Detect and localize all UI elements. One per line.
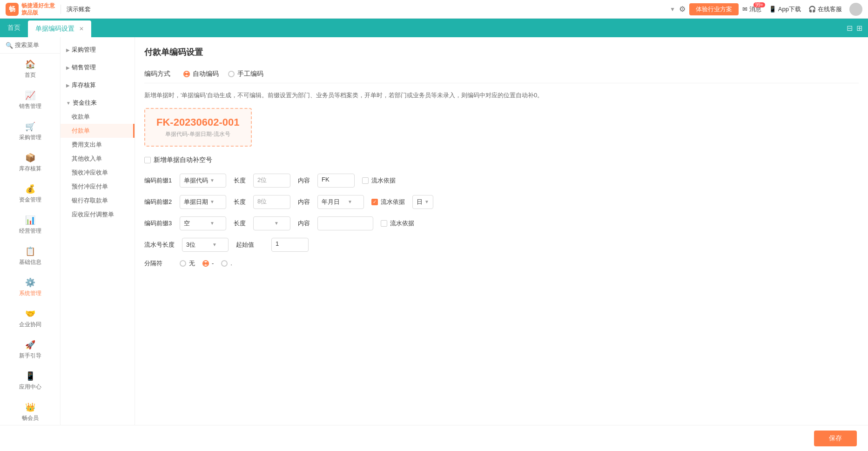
arrow-icon: ▶	[66, 47, 70, 53]
sidebar-item-member[interactable]: 👑 畅会员	[0, 397, 60, 425]
sep-dash-option[interactable]: -	[202, 260, 214, 267]
service-button[interactable]: 🎧 在线客服	[808, 5, 842, 13]
menu-item-expense[interactable]: 费用支出单	[61, 138, 135, 152]
separator-radio-group: 无 - .	[180, 259, 232, 268]
menu-item-adjustment[interactable]: 应收应付调整单	[61, 208, 135, 222]
sidebar-item-operations[interactable]: 📊 经营管理	[0, 209, 60, 241]
org-dropdown-arrow[interactable]: ▼	[670, 6, 675, 13]
separator-row: 分隔符 无 - .	[144, 259, 859, 268]
tabbar-actions: ⊟ ⊞	[847, 24, 868, 33]
sidebar: 🔍 搜索菜单 🏠 首页 📈 销售管理 🛒 采购管理 📦 库存核算 💰 资金管理 …	[0, 37, 61, 425]
menu-item-pre-payment[interactable]: 预付冲应付单	[61, 180, 135, 194]
menu-group-purchase: ▶ 采购管理	[61, 41, 135, 59]
sidebar-item-home[interactable]: 🏠 首页	[0, 54, 60, 85]
maximize-icon[interactable]: ⊞	[856, 24, 862, 33]
home-icon: 🏠	[25, 59, 35, 69]
menu-item-receipt[interactable]: 收款单	[61, 110, 135, 124]
menu-group-inventory-title[interactable]: ▶ 库存核算	[61, 78, 135, 92]
prefix2-serial-checkbox[interactable]: ✓ 流水依据	[371, 198, 405, 206]
base-info-icon: 📋	[25, 246, 35, 256]
sep-dot-option[interactable]: .	[221, 260, 232, 267]
app-icon: 📱	[769, 6, 776, 13]
trial-button[interactable]: 体验行业方案	[689, 3, 739, 15]
prefix3-serial-checkbox[interactable]: 流水依据	[381, 219, 414, 228]
menu-item-payment[interactable]: 付款单	[61, 124, 135, 138]
example-box: FK-20230602-001 单据代码-单据日期-流水号	[144, 108, 252, 147]
encoding-radio-group: 自动编码 手工编码	[183, 70, 263, 78]
prefix3-content-input[interactable]	[317, 216, 373, 230]
tab-close-icon[interactable]: ✕	[79, 26, 84, 32]
menu-group-capital-title[interactable]: ▼ 资金往来	[61, 96, 135, 110]
menu-item-pre-receipt[interactable]: 预收冲应收单	[61, 166, 135, 180]
prefix1-label: 编码前缀1	[144, 176, 172, 185]
prefix2-length-label: 长度	[234, 198, 246, 206]
manual-encode-radio[interactable]	[228, 71, 235, 77]
sep-none-option[interactable]: 无	[180, 259, 195, 268]
inventory-icon: 📦	[25, 153, 35, 163]
operations-icon: 📊	[25, 215, 35, 225]
manual-encode-option[interactable]: 手工编码	[228, 70, 263, 78]
search-menu[interactable]: 🔍 搜索菜单	[0, 37, 60, 54]
prefix2-select-arrow: ▼	[210, 199, 215, 204]
auto-encode-radio[interactable]	[183, 71, 190, 77]
user-avatar[interactable]	[849, 3, 862, 16]
serial-start-input[interactable]: 1	[271, 238, 309, 252]
sep-dot-radio[interactable]	[221, 260, 228, 267]
tab-home[interactable]: 首页	[0, 19, 28, 37]
prefix1-length-input[interactable]: 2位	[253, 174, 290, 188]
prefix3-serial-check-box[interactable]	[381, 220, 387, 227]
page-title: 付款单编码设置	[144, 47, 859, 58]
service-icon: 🎧	[808, 6, 816, 13]
sidebar-item-finance[interactable]: 💰 资金管理	[0, 178, 60, 209]
menu-group-purchase-title[interactable]: ▶ 采购管理	[61, 43, 135, 57]
tab-encode-settings[interactable]: 单据编码设置 ✕	[28, 20, 91, 37]
sep-none-radio[interactable]	[180, 260, 186, 267]
prefix3-select-arrow: ▼	[210, 221, 215, 226]
bottom-bar: 保存	[0, 425, 868, 451]
sidebar-item-purchase[interactable]: 🛒 采购管理	[0, 116, 60, 147]
prefix2-length-input[interactable]: 8位	[253, 195, 290, 209]
prefix3-select[interactable]: 空 ▼	[180, 216, 226, 230]
sidebar-item-apps[interactable]: 📱 应用中心	[0, 365, 60, 397]
prefix2-serial-check-box[interactable]: ✓	[371, 199, 378, 205]
sep-dash-radio[interactable]	[202, 260, 209, 267]
prefix2-content-select[interactable]: 年月日 ▼	[317, 195, 364, 209]
encoding-method-label: 编码方式	[144, 70, 170, 78]
prefix2-day-select[interactable]: 日 ▼	[412, 195, 433, 209]
menu-group-sales-title[interactable]: ▶ 销售管理	[61, 61, 135, 74]
prefix1-content-label: 内容	[298, 176, 310, 185]
message-button[interactable]: ✉ 消息 99+	[742, 5, 761, 13]
prefix2-select[interactable]: 单据日期 ▼	[180, 195, 226, 209]
app-download-button[interactable]: 📱 App下载	[769, 5, 801, 13]
sidebar-item-sales[interactable]: 📈 销售管理	[0, 85, 60, 116]
settings-icon[interactable]: ⚙	[679, 5, 686, 13]
logo-text: 畅捷通好生意 旗品版	[21, 2, 55, 16]
save-button[interactable]: 保存	[814, 431, 857, 446]
sidebar-item-base-info[interactable]: 📋 基础信息	[0, 241, 60, 272]
prefix1-content-input[interactable]: FK	[317, 174, 355, 188]
prefix1-select[interactable]: 单据代码 ▼	[180, 174, 226, 188]
arrow-icon: ▶	[66, 65, 70, 70]
prefix1-serial-checkbox[interactable]: 流水依据	[362, 176, 396, 185]
serial-length-arrow: ▼	[212, 242, 217, 247]
minimize-icon[interactable]: ⊟	[847, 24, 853, 33]
serial-length-select[interactable]: 3位 ▼	[182, 238, 229, 252]
prefix1-select-arrow: ▼	[210, 178, 215, 183]
prefix3-length-select[interactable]: ▼	[253, 216, 290, 230]
auto-encode-option[interactable]: 自动编码	[183, 70, 219, 78]
prefix1-serial-check-box[interactable]	[362, 177, 369, 184]
logo-icon: 畅	[6, 3, 19, 16]
org-name: 演示账套	[67, 5, 666, 13]
topbar-right: ✉ 消息 99+ 📱 App下载 🎧 在线客服	[742, 3, 862, 16]
menu-item-other-income[interactable]: 其他收入单	[61, 152, 135, 166]
auto-fill-checkbox[interactable]	[144, 157, 151, 163]
menu-item-bank[interactable]: 银行存取款单	[61, 194, 135, 208]
arrow-icon: ▼	[66, 101, 71, 106]
sidebar-item-system[interactable]: ⚙️ 系统管理	[0, 272, 60, 303]
sales-icon: 📈	[25, 90, 35, 101]
arrow-icon: ▶	[66, 83, 70, 88]
sidebar-item-inventory[interactable]: 📦 库存核算	[0, 147, 60, 178]
sidebar-item-enterprise[interactable]: 🤝 企业协同	[0, 303, 60, 334]
sidebar-item-guide[interactable]: 🚀 新手引导	[0, 334, 60, 365]
search-icon: 🔍	[6, 42, 13, 49]
